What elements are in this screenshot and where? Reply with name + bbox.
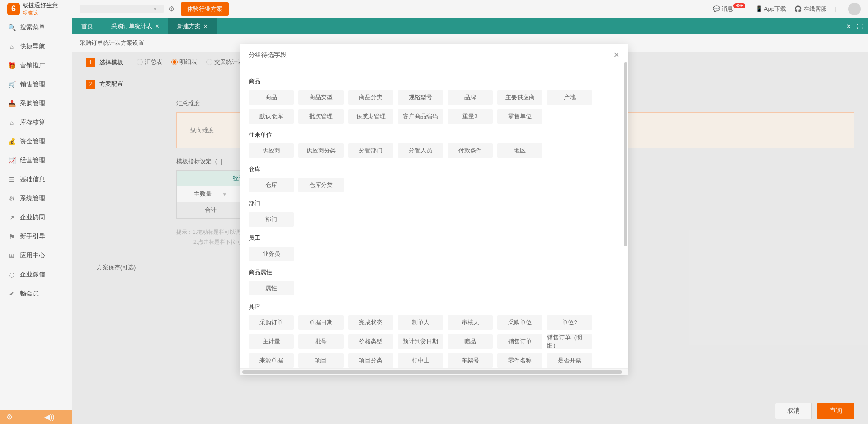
field-tag[interactable]: 批次管理 [298,109,344,124]
field-tag[interactable]: 来源单据 [249,353,294,368]
field-tag[interactable]: 预计到货日期 [398,334,443,349]
field-tag[interactable]: 批号 [298,334,344,349]
field-tag[interactable]: 部门 [249,212,294,227]
field-tag[interactable]: 客户商品编码 [398,109,443,124]
field-group-title: 其它 [249,303,619,311]
field-group-title: 往来单位 [249,131,619,139]
field-group-tags: 采购订单单据日期完成状态制单人审核人采购单位单位2主计量批号价格类型预计到货日期… [249,315,619,368]
field-tag[interactable]: 品牌 [448,90,493,105]
field-selector-modal: 分组待选字段 ✕ 商品商品商品类型商品分类规格型号品牌主要供应商产地默认仓库批次… [240,44,628,375]
field-tag[interactable]: 销售订单（明细） [547,334,592,349]
field-group-tags: 供应商供应商分类分管部门分管人员付款条件地区 [249,143,619,158]
field-tag[interactable]: 分管部门 [348,143,393,158]
field-group-tags: 业务员 [249,247,619,261]
field-tag[interactable]: 供应商分类 [298,143,344,158]
field-tag[interactable]: 商品分类 [348,90,393,105]
field-tag[interactable]: 地区 [497,143,542,158]
close-icon[interactable]: ✕ [613,51,619,59]
modal-header: 分组待选字段 ✕ [240,44,628,66]
field-tag[interactable]: 供应商 [249,143,294,158]
field-tag[interactable]: 项目 [298,353,344,368]
field-group-title: 商品属性 [249,268,619,276]
field-tag[interactable]: 付款条件 [448,143,493,158]
field-tag[interactable]: 属性 [249,281,294,295]
vertical-scrollbar[interactable] [624,62,627,368]
field-tag[interactable]: 规格型号 [398,90,443,105]
field-tag[interactable]: 零售单位 [497,109,542,124]
field-tag[interactable]: 项目分类 [348,353,393,368]
field-tag[interactable]: 主要供应商 [497,90,542,105]
field-tag[interactable]: 单据日期 [298,315,344,330]
field-tag[interactable]: 采购订单 [249,315,294,330]
field-tag[interactable]: 销售订单 [497,334,542,349]
field-group-tags: 仓库仓库分类 [249,178,619,192]
field-group-title: 员工 [249,234,619,242]
horizontal-scrollbar[interactable] [240,368,628,375]
field-group-title: 仓库 [249,165,619,173]
field-tag[interactable]: 零件名称 [497,353,542,368]
modal-body: 商品商品商品类型商品分类规格型号品牌主要供应商产地默认仓库批次管理保质期管理客户… [240,66,628,368]
field-tag[interactable]: 行中止 [398,353,443,368]
field-tag[interactable]: 仓库 [249,178,294,192]
modal-title: 分组待选字段 [249,51,287,59]
field-tag[interactable]: 商品 [249,90,294,105]
field-tag[interactable]: 是否开票 [547,353,592,368]
field-tag[interactable]: 保质期管理 [348,109,393,124]
field-tag[interactable]: 默认仓库 [249,109,294,124]
field-tag[interactable]: 审核人 [448,315,493,330]
field-tag[interactable]: 赠品 [448,334,493,349]
field-tag[interactable]: 产地 [547,90,592,105]
field-tag[interactable]: 单位2 [547,315,592,330]
field-group-title: 部门 [249,200,619,208]
field-tag[interactable]: 业务员 [249,247,294,261]
field-tag[interactable]: 分管人员 [398,143,443,158]
field-tag[interactable]: 采购单位 [497,315,542,330]
field-group-tags: 属性 [249,281,619,295]
field-group-tags: 商品商品类型商品分类规格型号品牌主要供应商产地默认仓库批次管理保质期管理客户商品… [249,90,619,124]
field-group-tags: 部门 [249,212,619,227]
field-tag[interactable]: 重量3 [448,109,493,124]
field-tag[interactable]: 完成状态 [348,315,393,330]
field-tag[interactable]: 仓库分类 [298,178,344,192]
field-tag[interactable]: 商品类型 [298,90,344,105]
field-tag[interactable]: 主计量 [249,334,294,349]
field-tag[interactable]: 车架号 [448,353,493,368]
field-tag[interactable]: 价格类型 [348,334,393,349]
field-tag[interactable]: 制单人 [398,315,443,330]
field-group-title: 商品 [249,77,619,86]
